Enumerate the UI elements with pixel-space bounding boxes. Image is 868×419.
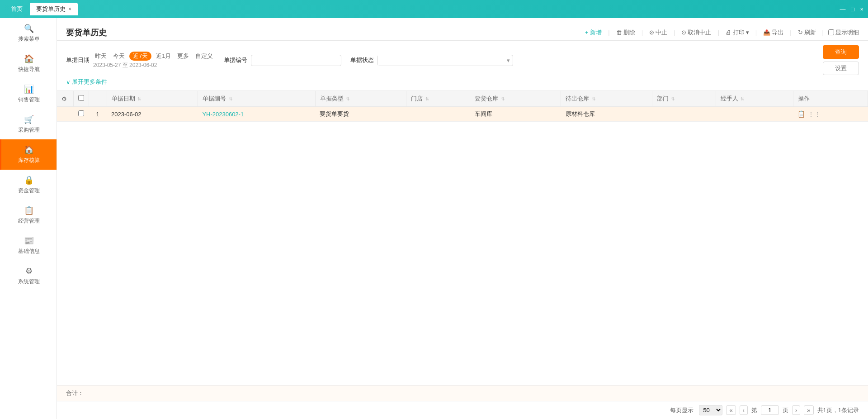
tab-close-icon[interactable]: × [68,6,71,12]
window-minimize-icon[interactable]: — [840,6,846,13]
print-button[interactable]: 🖨 打印 ▾ [724,28,751,38]
ops-mgmt-icon: 📋 [24,205,34,215]
sidebar-item-finance-mgmt[interactable]: 🔒 资金管理 [0,170,57,200]
sidebar-item-inventory[interactable]: 🏠 库存核算 [0,139,57,170]
td-department [652,107,716,122]
select-all-checkbox[interactable] [78,95,84,101]
date-btn-1month[interactable]: 近1月 [154,52,173,61]
th-req-warehouse-label: 要货仓库 [475,95,498,102]
th-handler: 经手人 ⇅ [716,91,793,107]
td-handler [716,107,793,122]
row-edit-icon[interactable]: 📋 [797,110,805,118]
window-maximize-icon[interactable]: □ [851,6,855,13]
refresh-button[interactable]: ↻ 刷新 [796,28,818,38]
date-range-text: 2023-05-27 至 2023-06-02 [93,62,215,69]
sidebar-item-search-menu-label: 搜索菜单 [18,35,40,43]
purchase-mgmt-icon: 🛒 [24,114,34,124]
page-title: 要货单历史 [66,27,107,38]
th-pending-warehouse-label: 待出仓库 [566,95,589,102]
page-suffix: 页 [783,406,788,414]
date-btn-yesterday[interactable]: 昨天 [93,52,108,61]
tab-requisition-history[interactable]: 要货单历史 × [30,3,78,15]
last-page-button[interactable]: » [804,405,813,415]
doctype-sort-icon[interactable]: ⇅ [346,96,349,101]
doc-status-filter-group: 单据状态 ▾ [350,55,513,66]
table-header: ⚙ 单据日期 ⇅ 单据编号 ⇅ [57,91,868,107]
display-cell-button[interactable]: 显示明细 [828,29,859,37]
sidebar-item-purchase-mgmt[interactable]: 🛒 采购管理 [0,109,57,139]
sidebar-item-search-menu[interactable]: 🔍 搜索菜单 [0,18,57,48]
status-dropdown-icon[interactable]: ▾ [504,57,513,64]
expand-more-btn[interactable]: ∨ 展开更多条件 [66,78,859,86]
dept-sort-icon[interactable]: ⇅ [671,96,675,101]
page-input[interactable] [761,405,779,415]
table-row: 1 2023-06-02 YH-20230602-1 要货单要货 [57,107,868,122]
summary-label: 合计： [66,389,84,397]
tab-home[interactable]: 首页 [5,3,29,15]
settings-button[interactable]: 设置 [823,62,859,75]
print-icon: 🖨 [726,29,731,36]
th-actions: 操作 [793,91,868,107]
th-department: 部门 ⇅ [652,91,716,107]
sidebar: 🔍 搜索菜单 🏠 快捷导航 📊 销售管理 🛒 采购管理 🏠 库存核算 🔒 资金管… [0,18,57,419]
th-doc-no: 单据编号 ⇅ [198,91,315,107]
window-close-icon[interactable]: × [860,6,863,13]
first-page-button[interactable]: « [726,405,736,415]
handler-sort-icon[interactable]: ⇅ [741,96,744,101]
display-cell-checkbox[interactable] [828,29,834,35]
doc-no-link[interactable]: YH-20230602-1 [202,111,244,118]
sidebar-item-base-info[interactable]: 📰 基础信息 [0,230,57,261]
date-btn-custom[interactable]: 自定义 [193,52,215,61]
next-page-button[interactable]: › [792,405,800,415]
table-body: 1 2023-06-02 YH-20230602-1 要货单要货 [57,107,868,122]
new-button[interactable]: + 新增 [583,28,604,38]
pagination-bar: 每页显示 50 100 200 « ‹ 第 页 › » 共1页，1条记录 [57,401,868,419]
th-pending-warehouse: 待出仓库 ⇅ [561,91,652,107]
date-btn-more[interactable]: 更多 [175,52,191,61]
date-shortcuts: 昨天 今天 近7天 近1月 更多 自定义 [93,52,215,61]
cancel-stop-icon: ⊙ [681,29,686,36]
docno-sort-icon[interactable]: ⇅ [229,96,232,101]
th-store: 门店 ⇅ [406,91,470,107]
tab-home-label: 首页 [11,5,23,13]
pending-wh-sort-icon[interactable]: ⇅ [592,96,595,101]
th-doc-type: 单据类型 ⇅ [315,91,406,107]
date-btn-today[interactable]: 今天 [111,52,127,61]
content-area: 要货单历史 + 新增 | 🗑 删除 | ⊘ 中止 | ⊙ 取消中止 | [57,18,868,419]
date-sort-icon[interactable]: ⇅ [137,96,141,101]
doc-status-input[interactable] [378,55,504,66]
per-page-select[interactable]: 50 100 200 [699,405,722,415]
sidebar-item-ops-mgmt[interactable]: 📋 经营管理 [0,200,57,230]
base-info-icon: 📰 [24,236,34,246]
settings-gear-icon[interactable]: ⚙ [61,95,67,102]
sidebar-item-quick-nav[interactable]: 🏠 快捷导航 [0,48,57,79]
finance-mgmt-icon: 🔒 [24,175,34,185]
sidebar-item-sys-mgmt[interactable]: ⚙ 系统管理 [0,261,57,291]
cancel-stop-button[interactable]: ⊙ 取消中止 [679,28,713,38]
delete-icon: 🗑 [616,29,622,36]
sidebar-item-base-info-label: 基础信息 [18,248,40,255]
prev-page-button[interactable]: ‹ [740,405,748,415]
date-filter-label: 单据日期 [66,56,90,64]
date-btn-7days[interactable]: 近7天 [129,52,151,61]
row-more-icon[interactable]: ⋮⋮ [808,110,821,118]
export-button[interactable]: 📤 导出 [761,28,785,38]
th-handler-label: 经手人 [721,95,738,102]
row-checkbox[interactable] [78,110,84,116]
delete-button[interactable]: 🗑 删除 [614,28,637,38]
store-sort-icon[interactable]: ⇅ [425,96,429,101]
stop-button[interactable]: ⊘ 中止 [647,28,669,38]
th-settings: ⚙ [57,91,73,107]
sales-mgmt-icon: 📊 [24,84,34,94]
td-store [406,107,470,122]
doc-number-input[interactable] [251,55,341,66]
chevron-down-icon: ∨ [66,79,71,86]
expand-more-row: ∨ 展开更多条件 [66,78,859,86]
sidebar-item-purchase-mgmt-label: 采购管理 [18,126,40,134]
main-layout: 🔍 搜索菜单 🏠 快捷导航 📊 销售管理 🛒 采购管理 🏠 库存核算 🔒 资金管… [0,18,868,419]
query-button[interactable]: 查询 [823,45,859,59]
sidebar-item-sales-mgmt[interactable]: 📊 销售管理 [0,79,57,109]
th-store-label: 门店 [411,95,423,102]
req-wh-sort-icon[interactable]: ⇅ [501,96,505,101]
table-header-row: ⚙ 单据日期 ⇅ 单据编号 ⇅ [57,91,868,107]
